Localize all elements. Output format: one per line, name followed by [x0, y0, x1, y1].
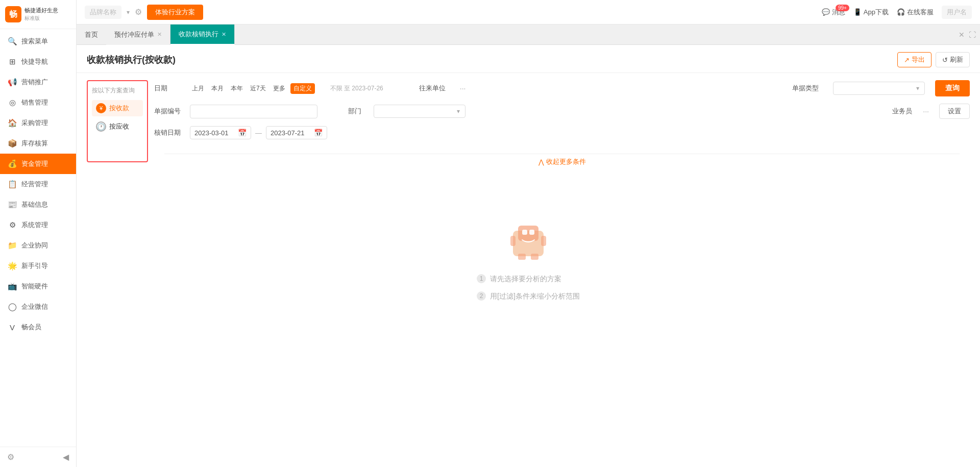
sidebar-item-purchase[interactable]: 🏠采购管理	[0, 113, 76, 133]
collapse-icon: ⋀	[538, 158, 544, 166]
beginner-icon: 🌟	[7, 261, 17, 271]
date-unlimited: 不限 至 2023-07-26	[330, 84, 383, 93]
voucher-type-select[interactable]: ▾	[833, 82, 925, 95]
filter-main: 日期 上月 本月 本年 近7天 更多 自定义 不限 至 2023-07-26 往…	[154, 73, 970, 154]
sidebar-logo: 畅 畅捷通好生意 标准版	[0, 0, 76, 29]
message-badge: 99+	[836, 5, 849, 11]
collapse-more-button[interactable]: ⋀ 收起更多条件	[164, 154, 960, 169]
filter-sidebar-title: 按以下方案查询	[92, 86, 143, 95]
date-tab-7days[interactable]: 近7天	[248, 83, 268, 94]
date-tab-lastmonth[interactable]: 上月	[190, 83, 206, 94]
export-button[interactable]: ↗ 导出	[897, 52, 932, 67]
sidebar-item-quick-nav[interactable]: ⊞快捷导航	[0, 52, 76, 72]
sidebar-item-marketing[interactable]: 📢营销推广	[0, 72, 76, 92]
collect-icon: ¥	[96, 103, 106, 113]
tab-close-prepay[interactable]: ✕	[157, 31, 162, 38]
sidebar-item-hardware[interactable]: 📺智能硬件	[0, 276, 76, 297]
wechat-icon: ◯	[7, 302, 17, 312]
verify-end-calendar-icon: 📅	[314, 129, 323, 137]
sidebar-item-inventory[interactable]: 📦库存核算	[0, 133, 76, 154]
tab-collect[interactable]: 收款核销执行 ✕	[170, 24, 235, 45]
voucher-type-chevron-icon: ▾	[916, 85, 919, 92]
filter-row-2: 单据编号 部门 ▾ 业务员 ··· 设	[154, 104, 970, 119]
date-tab-more[interactable]: 更多	[271, 83, 287, 94]
settings-icon[interactable]: ⚙	[7, 452, 14, 462]
sidebar-item-enterprise[interactable]: 📁企业协同	[0, 235, 76, 256]
filter-panel: 按以下方案查询 ¥ 按收款 🕐 按应收 日期	[77, 73, 980, 169]
sidebar-item-vip[interactable]: V畅会员	[0, 317, 76, 337]
empty-state: 1 请先选择要分析的方案 2 用[过滤]条件来缩小分析范围	[77, 169, 980, 344]
sidebar-item-finance[interactable]: 💰资金管理	[0, 154, 76, 174]
sidebar-item-beginner[interactable]: 🌟新手引导	[0, 256, 76, 276]
verify-start-calendar-icon: 📅	[238, 129, 247, 137]
collapse-sidebar-icon[interactable]: ◀	[63, 452, 69, 462]
sidebar-item-base-info[interactable]: 📰基础信息	[0, 194, 76, 215]
date-tab-custom[interactable]: 自定义	[290, 83, 315, 94]
svg-rect-7	[531, 254, 538, 260]
sidebar-item-wechat[interactable]: ◯企业微信	[0, 297, 76, 317]
maximize-icon[interactable]: ⛶	[969, 31, 976, 39]
verify-date-end-input[interactable]: 2023-07-21 📅	[266, 126, 327, 139]
refresh-button[interactable]: ↺ 刷新	[936, 52, 970, 67]
date-tab-thismonth[interactable]: 本月	[209, 83, 226, 94]
topbar-gear-icon[interactable]: ⚙	[135, 7, 142, 17]
staff-dots[interactable]: ···	[923, 107, 929, 115]
hardware-icon: 📺	[7, 281, 17, 291]
online-service-button[interactable]: 🎧 在线客服	[897, 8, 934, 17]
sidebar-item-search-menu[interactable]: 🔍搜索菜单	[0, 31, 76, 52]
voucher-type-label: 单据类型	[792, 84, 828, 93]
page: 收款核销执行(按收款) ↗ 导出 ↺ 刷新 按以下方案查询	[77, 45, 980, 467]
filter-option-by-receivable[interactable]: 🕐 按应收	[92, 118, 143, 135]
voucher-no-input[interactable]	[190, 105, 317, 118]
app-download-button[interactable]: 📱 App下载	[853, 8, 889, 17]
partner-dots[interactable]: ···	[460, 84, 466, 92]
dept-label: 部门	[348, 107, 369, 116]
message-button[interactable]: 💬 消息 99+	[822, 8, 845, 17]
settings-button[interactable]: 设置	[939, 104, 970, 119]
sidebar-item-sales[interactable]: ◎销售管理	[0, 92, 76, 113]
sidebar-nav: 🔍搜索菜单⊞快捷导航📢营销推广◎销售管理🏠采购管理📦库存核算💰资金管理📋经营管理…	[0, 29, 76, 447]
svg-rect-5	[541, 236, 546, 246]
sidebar-item-system[interactable]: ⚙系统管理	[0, 215, 76, 235]
search-menu-icon: 🔍	[7, 36, 17, 46]
sidebar-bottom: ⚙ ◀	[0, 447, 76, 467]
topbar-brand: 品牌名称	[85, 6, 121, 19]
dept-select[interactable]: ▾	[374, 105, 465, 118]
base-info-icon: 📰	[7, 200, 17, 210]
tab-home[interactable]: 首页	[77, 24, 106, 45]
page-title: 收款核销执行(按收款)	[87, 54, 176, 66]
page-header-actions: ↗ 导出 ↺ 刷新	[897, 52, 970, 67]
tabbar: 首页 预付冲应付单 ✕ 收款核销执行 ✕ ✕ ⛶	[77, 24, 980, 45]
svg-rect-3	[529, 230, 534, 235]
quick-nav-icon: ⊞	[7, 57, 17, 67]
topbar-chevron-icon[interactable]: ▾	[127, 9, 130, 16]
query-button[interactable]: 查询	[935, 80, 970, 96]
purchase-icon: 🏠	[7, 118, 17, 128]
staff-label: 业务员	[892, 107, 918, 116]
tip-num-1: 1	[477, 274, 486, 283]
user-info: 用户名	[942, 6, 972, 19]
verify-date-label: 核销日期	[154, 128, 185, 137]
sidebar-item-business[interactable]: 📋经营管理	[0, 174, 76, 194]
empty-illustration	[503, 210, 554, 261]
refresh-icon: ↺	[942, 56, 948, 64]
tab-close-collect[interactable]: ✕	[222, 31, 226, 38]
vip-icon: V	[7, 322, 17, 332]
topbar: 品牌名称 ▾ ⚙ 体验行业方案 💬 消息 99+ 📱 App下载 🎧 在线客服 …	[77, 0, 980, 24]
logo-icon: 畅	[5, 6, 21, 22]
logo-sub: 标准版	[24, 15, 58, 22]
date-tab-thisyear[interactable]: 本年	[229, 83, 245, 94]
svg-rect-6	[518, 254, 526, 260]
marketing-icon: 📢	[7, 77, 17, 87]
receivable-icon: 🕐	[96, 121, 106, 132]
solution-button[interactable]: 体验行业方案	[147, 5, 203, 20]
date-tabs: 上月 本月 本年 近7天 更多 自定义	[190, 83, 315, 94]
date-range-dash: —	[255, 129, 262, 137]
verify-date-start-input[interactable]: 2023-03-01 📅	[190, 126, 251, 139]
close-window-icon[interactable]: ✕	[959, 31, 965, 39]
tab-prepay[interactable]: 预付冲应付单 ✕	[106, 24, 170, 45]
filter-option-by-collect[interactable]: ¥ 按收款	[92, 100, 143, 116]
system-icon: ⚙	[7, 220, 17, 230]
filter-scheme-sidebar: 按以下方案查询 ¥ 按收款 🕐 按应收	[87, 80, 148, 162]
empty-tips: 1 请先选择要分析的方案 2 用[过滤]条件来缩小分析范围	[477, 272, 580, 303]
